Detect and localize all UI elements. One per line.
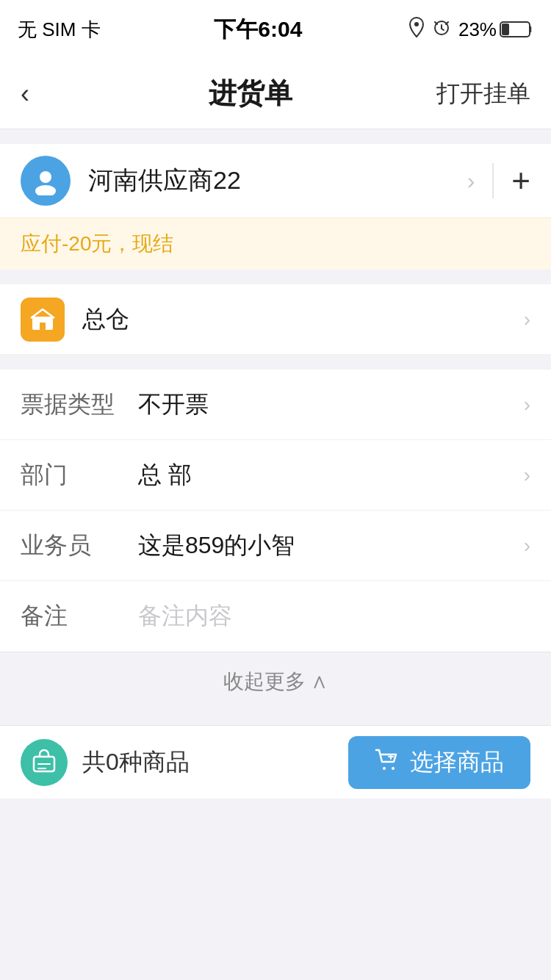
open-pending-button[interactable]: 打开挂单 xyxy=(436,78,530,110)
bottom-bar: 共0种商品 选择商品 xyxy=(0,725,551,799)
invoice-type-label: 票据类型 xyxy=(21,389,138,421)
select-product-button[interactable]: 选择商品 xyxy=(348,736,530,789)
notice-banner: 应付-20元，现结 xyxy=(0,217,551,270)
supplier-section: 河南供应商22 › + 应付-20元，现结 xyxy=(0,144,551,270)
carrier-label: 无 SIM 卡 xyxy=(18,17,101,43)
invoice-type-value: 不开票 xyxy=(138,389,518,421)
section-gap-1 xyxy=(0,129,551,144)
supplier-arrow-icon: › xyxy=(467,167,475,195)
notice-text: 应付-20元，现结 xyxy=(21,232,173,255)
svg-point-4 xyxy=(40,171,51,183)
svg-point-9 xyxy=(383,767,386,770)
salesperson-arrow-icon: › xyxy=(524,534,530,558)
status-left: 无 SIM 卡 xyxy=(18,17,108,43)
supplier-divider xyxy=(492,163,494,198)
section-gap-4 xyxy=(0,710,551,725)
salesperson-row[interactable]: 业务员 这是859的小智 › xyxy=(0,511,551,581)
product-icon-box xyxy=(21,739,68,786)
supplier-avatar xyxy=(21,156,71,206)
select-button-label: 选择商品 xyxy=(410,746,504,779)
add-supplier-button[interactable]: + xyxy=(511,165,530,197)
supplier-name: 河南供应商22 xyxy=(88,164,467,198)
department-row[interactable]: 部门 总 部 › xyxy=(0,440,551,511)
warehouse-icon-box xyxy=(21,298,65,342)
department-arrow-icon: › xyxy=(524,464,530,487)
supplier-row[interactable]: 河南供应商22 › + xyxy=(0,144,551,217)
invoice-type-arrow-icon: › xyxy=(524,393,530,417)
svg-point-0 xyxy=(414,22,419,26)
department-label: 部门 xyxy=(21,459,138,491)
section-gap-3 xyxy=(0,355,551,370)
department-value: 总 部 xyxy=(138,459,518,491)
warehouse-arrow-icon: › xyxy=(524,308,530,331)
collapse-label: 收起更多 ∧ xyxy=(223,668,328,696)
status-time: 下午6:04 xyxy=(214,15,302,45)
svg-rect-3 xyxy=(502,24,509,35)
warehouse-row[interactable]: 总仓 › xyxy=(0,284,551,355)
status-bar: 无 SIM 卡 下午6:04 xyxy=(0,0,551,59)
remark-row[interactable]: 备注 备注内容 xyxy=(0,581,551,652)
salesperson-value: 这是859的小智 xyxy=(138,530,518,562)
cart-icon xyxy=(375,749,400,777)
svg-point-10 xyxy=(392,767,395,770)
battery-percentage: 23% xyxy=(458,18,497,41)
warehouse-name: 总仓 xyxy=(82,303,518,336)
page-title: 进货单 xyxy=(209,75,292,112)
remark-label: 备注 xyxy=(21,600,138,633)
alarm-icon xyxy=(432,18,451,42)
remark-value: 备注内容 xyxy=(138,600,530,633)
back-button[interactable]: ‹ xyxy=(21,79,65,109)
nav-bar: ‹ 进货单 打开挂单 xyxy=(0,59,551,129)
collapse-bar[interactable]: 收起更多 ∧ xyxy=(0,652,551,710)
svg-point-5 xyxy=(35,185,56,195)
salesperson-label: 业务员 xyxy=(21,530,138,562)
status-right: 23% xyxy=(408,17,533,43)
fields-section: 票据类型 不开票 › 部门 总 部 › 业务员 这是859的小智 › 备注 备注… xyxy=(0,370,551,652)
invoice-type-row[interactable]: 票据类型 不开票 › xyxy=(0,370,551,440)
battery-status: 23% xyxy=(458,18,533,41)
product-count-label: 共0种商品 xyxy=(82,746,348,779)
section-gap-2 xyxy=(0,270,551,284)
svg-rect-7 xyxy=(40,323,46,330)
location-icon xyxy=(408,17,425,43)
